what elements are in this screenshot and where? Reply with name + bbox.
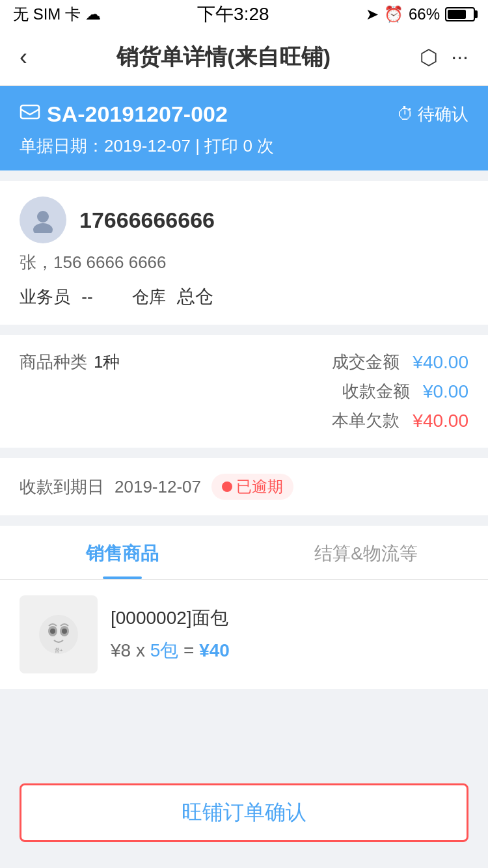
status-time: 下午3:28 xyxy=(197,2,269,27)
status-right: ➤ ⏰ 66% xyxy=(366,5,475,23)
amounts: 成交金额 ¥40.00 收款金额 ¥0.00 本单欠款 ¥40.00 xyxy=(332,351,468,432)
sales-person-val: -- xyxy=(81,287,92,306)
due-section: 收款到期日 2019-12-07 已逾期 xyxy=(0,458,488,515)
nav-bar: ‹ 销货单详情(来自旺铺) ⬡ ··· xyxy=(0,29,488,86)
customer-phone: 17666666666 xyxy=(79,208,215,233)
deal-amount-label: 成交金额 xyxy=(332,351,400,373)
due-date-value: 2019-12-07 xyxy=(115,477,201,497)
svg-rect-0 xyxy=(21,105,39,118)
product-name: [0000002]面包 xyxy=(111,606,468,631)
warehouse-label: 仓库 xyxy=(132,287,166,306)
sim-signal: 无 SIM 卡 ☁ xyxy=(13,4,101,25)
order-id: SA-20191207-002 xyxy=(20,102,228,127)
svg-point-1 xyxy=(37,211,49,223)
status-text: 待确认 xyxy=(418,103,468,126)
back-button[interactable]: ‹ xyxy=(20,44,27,71)
product-thumbnail: 督+ xyxy=(20,595,98,673)
customer-row: 17666666666 xyxy=(20,197,468,243)
product-formula: ¥8 x 5包 = ¥40 xyxy=(111,638,468,663)
page-title: 销货单详情(来自旺铺) xyxy=(116,42,331,72)
tabs-row: 销售商品 结算&物流等 xyxy=(0,526,488,580)
svg-point-6 xyxy=(50,629,55,634)
tabs-section: 销售商品 结算&物流等 督+ [0000002]面包 ¥8 xyxy=(0,526,488,689)
overdue-text: 已逾期 xyxy=(236,476,283,497)
svg-text:督+: 督+ xyxy=(55,647,63,653)
overdue-dot-icon xyxy=(222,481,232,492)
tab-settlement[interactable]: 结算&物流等 xyxy=(244,526,488,579)
order-date: 单据日期：2019-12-07 | 打印 0 次 xyxy=(20,135,468,157)
tab-sales-products[interactable]: 销售商品 xyxy=(0,526,244,579)
order-status: ⏱ 待确认 xyxy=(397,103,468,126)
alarm-icon: ⏰ xyxy=(384,5,403,23)
receipt-amount-val: ¥0.00 xyxy=(423,381,468,402)
receipt-amount-row: 收款金额 ¥0.00 xyxy=(342,380,468,403)
product-qty: 5包 xyxy=(150,640,179,660)
svg-point-7 xyxy=(62,629,67,634)
product-item: 督+ [0000002]面包 ¥8 x 5包 = ¥40 xyxy=(0,580,488,689)
customer-meta: 业务员 -- 仓库 总仓 xyxy=(20,284,468,309)
battery-icon xyxy=(445,7,475,21)
confirm-btn-container: 旺铺订单确认 xyxy=(20,783,468,842)
due-date-label: 收款到期日 xyxy=(20,476,104,498)
order-icon xyxy=(20,102,40,127)
confirm-order-button[interactable]: 旺铺订单确认 xyxy=(20,783,468,842)
more-button[interactable]: ··· xyxy=(451,45,468,69)
location-icon: ➤ xyxy=(366,5,379,23)
equals-sign: = xyxy=(183,640,199,660)
due-amount-val: ¥40.00 xyxy=(413,411,468,431)
order-header: SA-20191207-002 ⏱ 待确认 单据日期：2019-12-07 | … xyxy=(0,86,488,170)
product-type: 商品种类 1种 xyxy=(20,351,120,373)
overdue-badge: 已逾期 xyxy=(211,474,293,500)
warehouse: 仓库 总仓 xyxy=(132,284,213,309)
product-type-val: 1种 xyxy=(94,351,120,373)
customer-contact: 张，156 6666 6666 xyxy=(20,251,468,274)
status-left: 无 SIM 卡 ☁ xyxy=(13,4,101,25)
deal-amount-row: 成交金额 ¥40.00 xyxy=(332,351,468,373)
svg-point-2 xyxy=(33,223,53,233)
clock-icon: ⏱ xyxy=(397,104,414,124)
multiply-sign: x xyxy=(136,640,150,660)
order-header-top: SA-20191207-002 ⏱ 待确认 xyxy=(20,102,468,127)
warehouse-val: 总仓 xyxy=(177,286,213,306)
product-code: [0000002] xyxy=(111,608,192,628)
status-bar: 无 SIM 卡 ☁ 下午3:28 ➤ ⏰ 66% xyxy=(0,0,488,29)
sales-person: 业务员 -- xyxy=(20,286,93,308)
product-price: ¥8 xyxy=(111,640,131,660)
nav-actions: ⬡ ··· xyxy=(420,45,468,70)
share-button[interactable]: ⬡ xyxy=(420,45,438,70)
sales-person-label: 业务员 xyxy=(20,287,70,306)
amount-section: 商品种类 1种 成交金额 ¥40.00 收款金额 ¥0.00 本单欠款 ¥40.… xyxy=(0,335,488,448)
receipt-amount-label: 收款金额 xyxy=(342,380,410,403)
avatar xyxy=(20,197,66,243)
customer-section: 17666666666 张，156 6666 6666 业务员 -- 仓库 总仓 xyxy=(0,181,488,325)
product-title: 面包 xyxy=(192,608,228,628)
due-amount-label: 本单欠款 xyxy=(332,409,400,432)
product-info: [0000002]面包 ¥8 x 5包 = ¥40 xyxy=(111,606,468,663)
due-amount-row: 本单欠款 ¥40.00 xyxy=(332,409,468,432)
deal-amount-val: ¥40.00 xyxy=(413,352,468,373)
product-type-label: 商品种类 xyxy=(20,351,87,373)
battery-text: 66% xyxy=(409,5,440,23)
order-id-text: SA-20191207-002 xyxy=(47,102,228,127)
product-total: ¥40 xyxy=(199,640,230,660)
